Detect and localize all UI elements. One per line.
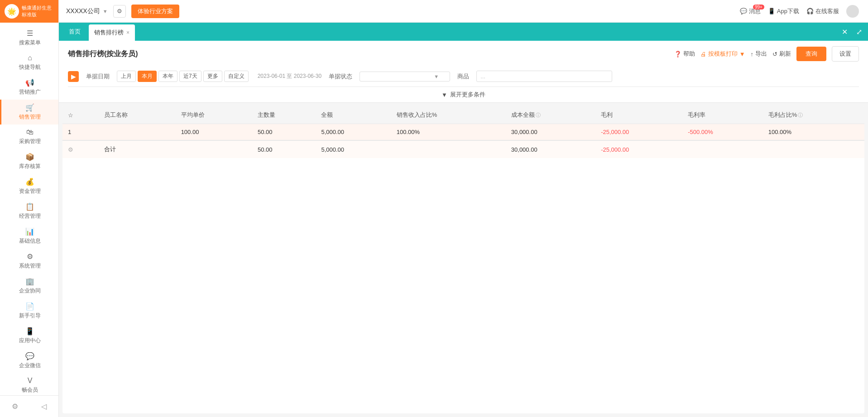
page-title-row: 销售排行榜(按业务员) ❓ 帮助 🖨 按模板打印 ▼ ↑ 导出 [68, 46, 859, 62]
filter-toggle-btn[interactable]: ▶ [68, 71, 79, 82]
topbar-gear-btn[interactable]: ⚙ [113, 5, 126, 18]
guide-icon: 📄 [25, 302, 34, 311]
help-icon: ❓ [674, 51, 681, 58]
col-header-amount: 全额 [316, 106, 391, 124]
print-dropdown-arrow: ▼ [739, 51, 745, 58]
sidebar-item-wechat[interactable]: 💬企业微信 [0, 348, 58, 373]
status-select[interactable]: ▼ [360, 72, 450, 81]
col-header-avg_price: 平均单价 [176, 106, 252, 124]
settings-btn[interactable]: 设置 [832, 46, 859, 62]
logo-icon: 🌟 [5, 4, 19, 19]
date-btn-上月[interactable]: 上月 [117, 71, 136, 82]
col-header-quantity: 主数量 [252, 106, 316, 124]
col-header-gross: 毛利 [595, 106, 682, 124]
system-icon: ⚙ [27, 252, 33, 261]
print-icon: 🖨 [700, 51, 706, 58]
sidebar-label-purchase: 采购管理 [19, 138, 41, 145]
sidebar-item-shortcut[interactable]: ⌂快捷导航 [0, 50, 58, 75]
page-title: 销售排行榜(按业务员) [68, 49, 138, 59]
sidebar-item-marketing[interactable]: 📢营销推广 [0, 75, 58, 100]
sidebar-item-apps[interactable]: 📱应用中心 [0, 323, 58, 348]
sidebar-item-operations[interactable]: 📋经营管理 [0, 199, 58, 224]
sidebar-settings-btn[interactable]: ⚙ [8, 400, 22, 412]
cell-quantity: 50.00 [252, 124, 316, 141]
tab-close-window-btn[interactable]: ✕ [839, 26, 850, 37]
sidebar-item-search[interactable]: ☰搜索菜单 [0, 25, 58, 50]
sidebar-label-member: 畅会员 [22, 386, 38, 394]
goods-filter-label: 商品 [457, 72, 469, 81]
sidebar-item-basic[interactable]: 📊基础信息 [0, 224, 58, 249]
footer-cell-6: 30,000.00 [506, 140, 595, 158]
basic-icon: 📊 [25, 227, 34, 236]
online-service-btn[interactable]: 🎧 在线客服 [806, 7, 839, 15]
message-btn[interactable]: 💬 消息 99+ [740, 7, 761, 15]
tab-home[interactable]: 首页 [62, 23, 87, 41]
date-btn-本年[interactable]: 本年 [158, 71, 177, 82]
message-icon: 💬 [740, 8, 747, 14]
operations-icon: 📋 [25, 202, 34, 211]
sidebar-label-enterprise: 企业协同 [19, 287, 41, 295]
sidebar-item-enterprise[interactable]: 🏢企业协同 [0, 273, 58, 298]
sidebar-label-search: 搜索菜单 [19, 39, 41, 47]
query-btn[interactable]: 查询 [796, 47, 826, 61]
page-actions: ❓ 帮助 🖨 按模板打印 ▼ ↑ 导出 ↺ 刷新 [674, 46, 859, 62]
sidebar-item-purchase[interactable]: 🛍采购管理 [0, 125, 58, 149]
sidebar-item-member[interactable]: V畅会员 [0, 373, 58, 395]
expand-more-btn[interactable]: ▼ 展开更多条件 [68, 86, 859, 102]
app-download-btn[interactable]: 📱 App下载 [768, 7, 799, 15]
sidebar-logo: 🌟 畅康通好生意 标准版 [0, 0, 58, 23]
date-btn-近7天[interactable]: 近7天 [179, 71, 201, 82]
message-badge: 99+ [753, 5, 764, 10]
sidebar-item-guide[interactable]: 📄新手引导 [0, 298, 58, 323]
sidebar-label-inventory: 库存核算 [19, 163, 41, 170]
table-area: ☆员工名称平均单价主数量全额销售收入占比%成本全额ⓘ毛利毛利率毛利占比%ⓘ 11… [62, 106, 864, 413]
inventory-icon: 📦 [25, 153, 34, 161]
sidebar: 🌟 畅康通好生意 标准版 ☰搜索菜单⌂快捷导航📢营销推广🛒销售管理🛍采购管理📦库… [0, 0, 59, 417]
col-info-cost: ⓘ [536, 112, 541, 118]
filter-row: ▶ 单据日期 上月本月本年近7天更多自定义 2023-06-01 至 2023-… [68, 66, 859, 86]
export-btn[interactable]: ↑ 导出 [751, 50, 767, 58]
sidebar-label-operations: 经营管理 [19, 212, 41, 220]
cell-cost: 30,000.00 [506, 124, 595, 141]
date-btn-本月[interactable]: 本月 [138, 71, 157, 82]
user-avatar-area[interactable] [846, 5, 861, 18]
company-name: XXXXX公司 [66, 7, 100, 15]
topbar: XXXXX公司 ▼ ⚙ 体验行业方案 💬 消息 99+ 📱 App下载 🎧 在线… [59, 0, 868, 23]
cell-gross_rate: -500.00% [682, 124, 763, 141]
marketing-icon: 📢 [25, 78, 34, 87]
sidebar-item-sales[interactable]: 🛒销售管理 [0, 100, 58, 125]
trial-btn[interactable]: 体验行业方案 [131, 5, 179, 18]
sidebar-item-inventory[interactable]: 📦库存核算 [0, 149, 58, 174]
refresh-icon: ↺ [772, 51, 777, 58]
date-btn-更多[interactable]: 更多 [203, 71, 222, 82]
footer-cell-4: 5,000.00 [316, 140, 391, 158]
shortcut-icon: ⌂ [28, 54, 32, 62]
tab-restore-btn[interactable]: ⤢ [854, 26, 864, 37]
tab-close-btn[interactable]: × [126, 29, 129, 36]
sidebar-item-finance[interactable]: 💰资金管理 [0, 174, 58, 199]
sidebar-label-wechat: 企业微信 [19, 362, 41, 369]
print-btn[interactable]: 🖨 按模板打印 ▼ [700, 50, 745, 58]
col-info-gross_pct: ⓘ [798, 112, 803, 118]
cell-sales_pct: 100.00% [391, 124, 506, 141]
sidebar-collapse-btn[interactable]: ◁ [38, 400, 50, 412]
avatar [846, 5, 859, 18]
col-header-sales_pct: 销售收入占比% [391, 106, 506, 124]
cell-avg_price: 100.00 [176, 124, 252, 141]
tabbar-actions: ✕ ⤢ [839, 26, 864, 37]
goods-select[interactable]: ... [476, 71, 612, 82]
topbar-right: 💬 消息 99+ 📱 App下载 🎧 在线客服 [740, 5, 861, 18]
logo-text: 畅康通好生意 标准版 [22, 5, 52, 19]
sidebar-item-system[interactable]: ⚙系统管理 [0, 249, 58, 273]
refresh-btn[interactable]: ↺ 刷新 [772, 50, 791, 58]
sidebar-nav: ☰搜索菜单⌂快捷导航📢营销推广🛒销售管理🛍采购管理📦库存核算💰资金管理📋经营管理… [0, 23, 58, 395]
date-btn-自定义[interactable]: 自定义 [224, 71, 249, 82]
search-icon: ☰ [27, 29, 33, 38]
company-select[interactable]: XXXXX公司 ▼ [66, 7, 108, 15]
export-icon: ↑ [751, 51, 754, 58]
sidebar-label-apps: 应用中心 [19, 337, 41, 345]
tab-sales-rank[interactable]: 销售排行榜 × [89, 24, 135, 41]
cell-index: 1 [62, 124, 99, 141]
help-btn[interactable]: ❓ 帮助 [674, 50, 695, 58]
sidebar-label-basic: 基础信息 [19, 237, 41, 245]
